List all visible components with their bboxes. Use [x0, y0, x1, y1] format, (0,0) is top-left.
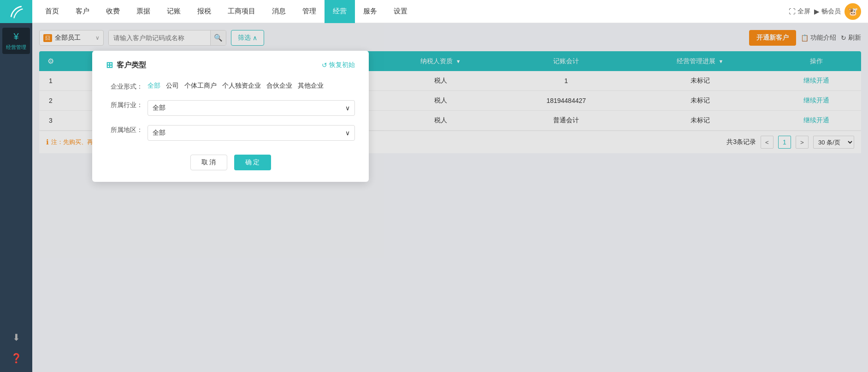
- fullscreen-icon: ⛶: [789, 7, 796, 15]
- nav-right: ⛶ 全屏 ▶ 畅会员 🐮: [789, 3, 868, 20]
- nav-message[interactable]: 消息: [264, 0, 294, 23]
- sidebar-bottom: ⬇ ❓: [2, 328, 30, 372]
- enterprise-option-company[interactable]: 公司: [166, 82, 179, 90]
- region-select-wrapper: 全部 ∨: [148, 125, 355, 141]
- modal-title-text: 客户类型: [117, 60, 146, 70]
- nav-bills[interactable]: 票据: [128, 0, 159, 23]
- modal-footer: 取 消 确 定: [106, 155, 355, 170]
- modal-title-icon: ⊞: [106, 60, 113, 70]
- industry-select-wrapper: 全部 ∨: [148, 100, 355, 116]
- enterprise-option-individual[interactable]: 个体工商户: [184, 82, 217, 90]
- region-value: 全部: [153, 129, 165, 137]
- region-label: 所属地区：: [106, 125, 143, 134]
- region-form-row: 所属地区： 全部 ∨: [106, 125, 355, 141]
- industry-arrow-icon: ∨: [345, 104, 350, 112]
- sidebar-item-operation[interactable]: ¥ 经营管理: [2, 28, 30, 54]
- industry-value: 全部: [153, 104, 165, 112]
- sidebar-help[interactable]: ❓: [2, 349, 30, 367]
- enterprise-label: 企业形式：: [106, 82, 143, 91]
- modal-title: ⊞ 客户类型: [106, 60, 146, 70]
- industry-form-row: 所属行业： 全部 ∨: [106, 100, 355, 116]
- region-select[interactable]: 全部 ∨: [148, 125, 355, 141]
- nav-customer[interactable]: 客户: [67, 0, 98, 23]
- nav-home[interactable]: 首页: [37, 0, 67, 23]
- nav-manage[interactable]: 管理: [294, 0, 325, 23]
- enterprise-option-partnership[interactable]: 合伙企业: [266, 82, 292, 90]
- reset-label: 恢复初始: [329, 61, 355, 69]
- nav-service[interactable]: 服务: [355, 0, 385, 23]
- logo: [0, 0, 32, 23]
- modal-overlay: ⊞ 客户类型 ↺ 恢复初始 企业形式： 全部 公司 个体工商户 个人独资企业 合…: [32, 23, 868, 372]
- nav-accounting[interactable]: 记账: [159, 0, 189, 23]
- top-nav: 首页 客户 收费 票据 记账 报税 工商项目 消息 管理 经营 服务 设置 ⛶ …: [0, 0, 868, 23]
- nav-settings[interactable]: 设置: [385, 0, 416, 23]
- yuan-icon: ¥: [13, 31, 18, 42]
- logo-icon: [8, 3, 24, 20]
- confirm-button[interactable]: 确 定: [234, 155, 271, 170]
- sidebar: ¥ 经营管理 ⬇ ❓: [0, 23, 32, 372]
- sidebar-label-operation: 经营管理: [6, 44, 26, 50]
- region-arrow-icon: ∨: [345, 129, 350, 137]
- enterprise-option-other[interactable]: 其他企业: [298, 82, 324, 90]
- enterprise-option-sole[interactable]: 个人独资企业: [222, 82, 261, 90]
- reset-button[interactable]: ↺ 恢复初始: [322, 61, 355, 69]
- nav-tax[interactable]: 报税: [189, 0, 219, 23]
- nav-items: 首页 客户 收费 票据 记账 报税 工商项目 消息 管理 经营 服务 设置: [32, 0, 789, 23]
- enterprise-form-row: 企业形式： 全部 公司 个体工商户 个人独资企业 合伙企业 其他企业: [106, 82, 355, 91]
- industry-label: 所属行业：: [106, 100, 143, 109]
- cancel-button[interactable]: 取 消: [190, 155, 227, 170]
- fullscreen-btn[interactable]: ⛶ 全屏: [789, 7, 810, 16]
- nav-fee[interactable]: 收费: [98, 0, 128, 23]
- fullscreen-label: 全屏: [797, 7, 810, 16]
- nav-business[interactable]: 工商项目: [219, 0, 264, 23]
- enterprise-option-all[interactable]: 全部: [148, 82, 160, 90]
- enterprise-options: 全部 公司 个体工商户 个人独资企业 合伙企业 其他企业: [148, 82, 355, 90]
- modal-header: ⊞ 客户类型 ↺ 恢复初始: [106, 60, 355, 70]
- nav-operation[interactable]: 经营: [325, 0, 355, 23]
- sidebar-download[interactable]: ⬇: [2, 328, 30, 347]
- filter-modal: ⊞ 客户类型 ↺ 恢复初始 企业形式： 全部 公司 个体工商户 个人独资企业 合…: [92, 51, 369, 182]
- vip-icon: ▶: [814, 7, 820, 16]
- industry-select[interactable]: 全部 ∨: [148, 100, 355, 116]
- avatar[interactable]: 🐮: [844, 3, 861, 20]
- vip-label: 畅会员: [821, 7, 841, 16]
- vip-btn[interactable]: ▶ 畅会员: [814, 7, 841, 16]
- reset-icon: ↺: [322, 61, 327, 69]
